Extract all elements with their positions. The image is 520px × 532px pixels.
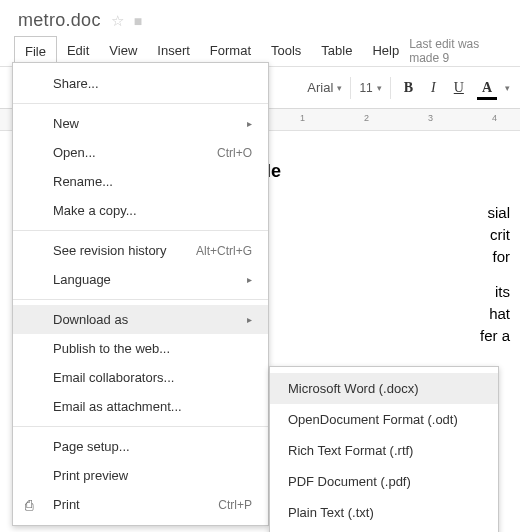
menu-new[interactable]: New▸ [13,109,268,138]
caret-icon: ▾ [377,83,382,93]
ruler-mark: 4 [492,113,497,123]
menu-view[interactable]: View [99,36,147,65]
separator [350,77,351,99]
menu-language[interactable]: Language▸ [13,265,268,294]
ruler-mark: 1 [300,113,305,123]
menu-open[interactable]: Open...Ctrl+O [13,138,268,167]
menu-revision-history[interactable]: See revision historyAlt+Ctrl+G [13,236,268,265]
menu-make-copy[interactable]: Make a copy... [13,196,268,225]
caret-icon: ▾ [337,83,342,93]
underline-button[interactable]: U [449,78,469,98]
menu-print[interactable]: ⎙PrintCtrl+P [13,490,268,519]
menu-download-as[interactable]: Download as▸ [13,305,268,334]
shortcut: Alt+Ctrl+G [196,244,252,258]
download-as-submenu: Microsoft Word (.docx) OpenDocument Form… [269,366,499,532]
menu-rename[interactable]: Rename... [13,167,268,196]
file-menu-dropdown: Share... New▸ Open...Ctrl+O Rename... Ma… [12,62,269,526]
text-color-button[interactable]: A [477,78,497,98]
ruler-mark: 3 [428,113,433,123]
submenu-caret-icon: ▸ [247,118,252,129]
shortcut: Ctrl+P [218,498,252,512]
submenu-txt[interactable]: Plain Text (.txt) [270,497,498,528]
menu-separator [13,230,268,231]
submenu-html[interactable]: Web Page (.html, zipped) [270,528,498,532]
bold-button[interactable]: B [399,78,418,98]
italic-button[interactable]: I [426,78,441,98]
shortcut: Ctrl+O [217,146,252,160]
font-size: 11 [359,81,372,95]
menu-email-attachment[interactable]: Email as attachment... [13,392,268,421]
menu-separator [13,426,268,427]
submenu-caret-icon: ▸ [247,274,252,285]
menu-separator [13,103,268,104]
ruler-mark: 2 [364,113,369,123]
folder-icon[interactable]: ■ [134,13,142,29]
separator [390,77,391,99]
submenu-caret-icon: ▸ [247,314,252,325]
title-row: metro.doc ☆ ■ [0,0,520,35]
menu-table[interactable]: Table [311,36,362,65]
last-edit-text[interactable]: Last edit was made 9 [409,37,506,65]
star-icon[interactable]: ☆ [111,12,124,30]
submenu-odt[interactable]: OpenDocument Format (.odt) [270,404,498,435]
menu-insert[interactable]: Insert [147,36,200,65]
submenu-rtf[interactable]: Rich Text Format (.rtf) [270,435,498,466]
menu-help[interactable]: Help [362,36,409,65]
menu-share[interactable]: Share... [13,69,268,98]
font-size-selector[interactable]: 11 ▾ [359,81,381,95]
menu-edit[interactable]: Edit [57,36,99,65]
menu-publish-web[interactable]: Publish to the web... [13,334,268,363]
menu-page-setup[interactable]: Page setup... [13,432,268,461]
print-icon: ⎙ [25,497,33,513]
submenu-pdf[interactable]: PDF Document (.pdf) [270,466,498,497]
menu-separator [13,299,268,300]
document-title[interactable]: metro.doc [18,10,101,31]
menu-tools[interactable]: Tools [261,36,311,65]
caret-icon: ▾ [505,83,510,93]
menu-email-collaborators[interactable]: Email collaborators... [13,363,268,392]
font-name: Arial [307,80,333,95]
menu-print-preview[interactable]: Print preview [13,461,268,490]
font-selector[interactable]: Arial ▾ [307,80,342,95]
menu-format[interactable]: Format [200,36,261,65]
submenu-docx[interactable]: Microsoft Word (.docx) [270,373,498,404]
